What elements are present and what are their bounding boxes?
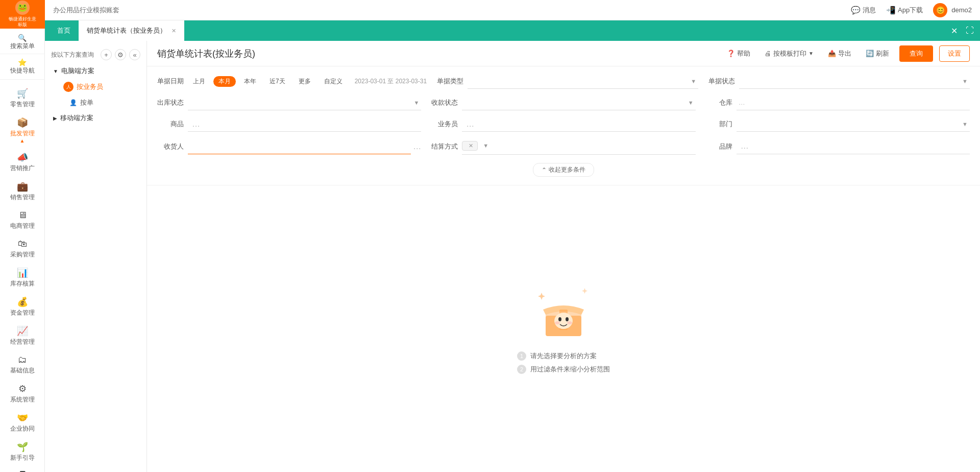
filter-settlement-item: 结算方式 ✕ ▼ xyxy=(431,138,695,155)
warehouse-select[interactable]: … xyxy=(737,95,970,110)
filter-row-1: 单据日期 上月 本月 本年 近7天 更多 自定义 2023-03-01 至 20… xyxy=(157,74,970,89)
purchase-icon: 🛍 xyxy=(2,239,43,249)
settlement-label: 结算方式 xyxy=(431,142,458,151)
message-btn[interactable]: 💬 消息 xyxy=(851,6,876,15)
brand-select[interactable]: … xyxy=(737,139,970,154)
message-icon: 💬 xyxy=(851,6,861,15)
help-icon: ❓ xyxy=(727,50,735,57)
date-label: 单据日期 xyxy=(157,77,184,86)
date-pill-more[interactable]: 更多 xyxy=(293,76,316,87)
sidebar-item-cooperation[interactable]: 🤝 企业协同 xyxy=(0,408,45,437)
set-button[interactable]: 设置 xyxy=(939,45,970,62)
tree-sub2-by-order[interactable]: 👤 按单 xyxy=(45,95,146,110)
breadcrumb: 办公用品行业模拟账套 xyxy=(53,6,119,15)
sidebar-item-newcomer[interactable]: 🌱 新手引导 xyxy=(0,437,45,466)
system-label: 系统管理 xyxy=(2,395,43,404)
collapse-label: 收起更多条件 xyxy=(549,166,585,174)
help-btn[interactable]: ❓ 帮助 xyxy=(723,47,754,60)
top-header: 办公用品行业模拟账套 💬 消息 📲 App下载 😊 demo2 xyxy=(45,0,980,20)
right-panel: 销货单统计表(按业务员) ❓ 帮助 🖨 按模板打印 ▼ 📤 导出 xyxy=(147,41,980,472)
tab-close-all-btn[interactable]: ✕ xyxy=(949,24,960,38)
print-label: 按模板打印 xyxy=(773,49,806,58)
tree-item-mobile-group[interactable]: ▶ 移动端方案 xyxy=(45,110,146,126)
sidebar-quick-nav[interactable]: ⭐ 快捷导航 xyxy=(0,54,45,80)
tree-arrow-down-icon: ▼ xyxy=(53,68,58,74)
payment-status-select[interactable]: ▼ xyxy=(462,95,695,110)
brand-label: 品牌 xyxy=(706,142,732,151)
collapse-conditions-btn[interactable]: ⌃ 收起更多条件 xyxy=(533,163,594,177)
date-pill-last-7[interactable]: 近7天 xyxy=(264,76,290,87)
sidebar-item-basic[interactable]: 🗂 基础信息 xyxy=(0,350,45,379)
sidebar-item-ecommerce[interactable]: 🖥 电商管理 xyxy=(0,206,45,234)
sidebar-item-app-center[interactable]: 📱 应用中心 xyxy=(0,466,45,472)
tab-maximize-btn[interactable]: ⛶ xyxy=(964,24,976,37)
filter-department-item: 部门 ▼ xyxy=(706,116,970,132)
query-button[interactable]: 查询 xyxy=(899,45,933,62)
sidebar: 🐸 畅捷通好生意 标版 🔍 搜索菜单 ⭐ 快捷导航 🛒 零售管理 📦 批发管理 … xyxy=(0,0,45,472)
svg-point-6 xyxy=(555,321,560,324)
cooperation-icon: 🤝 xyxy=(2,412,43,423)
tree-item-pc-group[interactable]: ▼ 电脑端方案 xyxy=(45,63,146,79)
date-pill-custom[interactable]: 自定义 xyxy=(319,76,348,87)
receiver-dots[interactable]: … xyxy=(413,142,421,151)
receiver-input[interactable] xyxy=(188,139,411,154)
sidebar-item-inventory[interactable]: 📊 库存核算 xyxy=(0,263,45,292)
print-btn[interactable]: 🖨 按模板打印 ▼ xyxy=(761,47,818,60)
finance-label: 资金管理 xyxy=(2,309,43,317)
settlement-tag-close-btn[interactable]: ✕ xyxy=(469,143,473,149)
sidebar-item-retail[interactable]: 🛒 零售管理 xyxy=(0,84,45,113)
sidebar-item-purchase[interactable]: 🛍 采购管理 xyxy=(0,234,45,263)
empty-illustration xyxy=(533,280,594,341)
salesperson-label: 业务员 xyxy=(431,120,458,129)
step-2-num: 2 xyxy=(517,365,526,374)
ship-status-arrow-icon: ▼ xyxy=(413,100,419,106)
edit-plan-btn[interactable]: ⚙ xyxy=(115,49,126,60)
sidebar-item-operations[interactable]: 📈 经营管理 xyxy=(0,321,45,350)
tab-bar-right: ✕ ⛶ xyxy=(949,24,976,38)
salesperson-select[interactable]: … xyxy=(462,116,695,132)
refresh-btn[interactable]: 🔄 刷新 xyxy=(862,47,893,60)
sidebar-item-wholesale[interactable]: 📦 批发管理 ▲ xyxy=(0,113,45,148)
collapse-panel-btn[interactable]: « xyxy=(129,49,140,60)
sales-label: 销售管理 xyxy=(2,193,43,202)
step-1-text: 请先选择要分析的方案 xyxy=(530,351,597,361)
goods-select[interactable]: … xyxy=(188,116,421,132)
date-pill-this-month[interactable]: 本月 xyxy=(213,76,236,87)
filter-salesperson-item: 业务员 … xyxy=(431,116,695,132)
sidebar-item-marketing[interactable]: 📣 营销推广 xyxy=(0,148,45,177)
sidebar-item-finance[interactable]: 💰 资金管理 xyxy=(0,292,45,321)
tab-close-btn[interactable]: ✕ xyxy=(172,28,176,34)
date-pill-this-year[interactable]: 本年 xyxy=(239,76,261,87)
settlement-arrow-icon: ▼ xyxy=(483,143,488,149)
filter-receiver-item: 收货人 … xyxy=(157,139,421,154)
purchase-label: 采购管理 xyxy=(2,250,43,259)
sidebar-item-system[interactable]: ⚙ 系统管理 xyxy=(0,379,45,408)
ship-status-select[interactable]: ▼ xyxy=(188,95,421,110)
filter-row-3: 商品 … 业务员 … 部门 xyxy=(157,116,970,132)
left-panel-title: 按以下方案查询 xyxy=(51,51,94,59)
filter-warehouse-item: 仓库 … xyxy=(706,95,970,110)
date-pill-last-month[interactable]: 上月 xyxy=(188,76,210,87)
print-arrow-icon: ▼ xyxy=(808,51,814,56)
tab-sales-stat[interactable]: 销货单统计表（按业务员） ✕ xyxy=(79,20,184,41)
content-area: 按以下方案查询 + ⚙ « ▼ 电脑端方案 人 按业务员 xyxy=(45,41,980,472)
empty-step-1: 1 请先选择要分析的方案 xyxy=(517,351,610,361)
doc-type-select[interactable]: ▼ xyxy=(468,74,698,89)
wholesale-icon: 📦 xyxy=(2,117,43,128)
svg-point-5 xyxy=(566,317,569,321)
sales-icon: 💼 xyxy=(2,181,43,192)
app-download-btn[interactable]: 📲 App下载 xyxy=(886,6,923,15)
tree-subitem-salesperson[interactable]: 人 按业务员 xyxy=(45,79,146,95)
brand-dots: … xyxy=(741,141,749,151)
tab-home[interactable]: 首页 xyxy=(49,20,79,41)
sidebar-item-sales[interactable]: 💼 销售管理 xyxy=(0,177,45,206)
export-btn[interactable]: 📤 导出 xyxy=(824,47,855,60)
doc-status-select[interactable]: ▼ xyxy=(739,74,970,89)
add-plan-btn[interactable]: + xyxy=(101,49,112,60)
filter-payment-status-item: 收款状态 ▼ xyxy=(431,95,695,110)
department-select[interactable]: ▼ xyxy=(737,116,970,132)
user-profile-btn[interactable]: 😊 demo2 xyxy=(933,3,972,17)
settlement-select[interactable]: ▼ xyxy=(481,138,491,153)
date-range-text: 2023-03-01 至 2023-03-31 xyxy=(355,77,427,86)
sidebar-search[interactable]: 🔍 搜索菜单 xyxy=(0,29,45,54)
